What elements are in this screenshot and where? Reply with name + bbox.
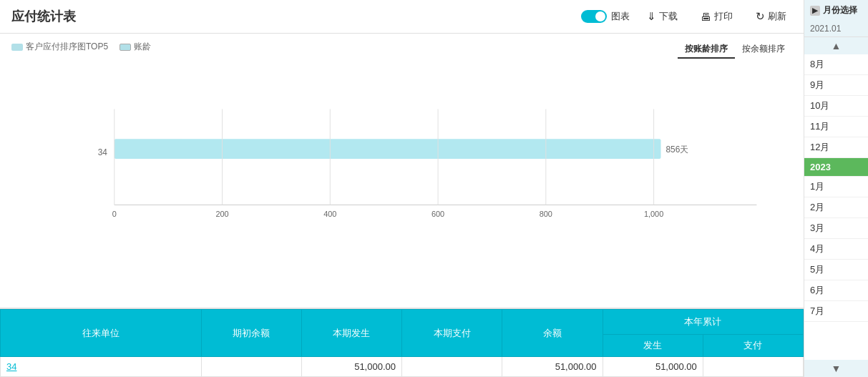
print-button[interactable]: 🖶 打印	[695, 7, 738, 26]
legend-item-1: 客户应付排序图TOP5	[11, 41, 108, 53]
chart-svg: 34 856天 0 200 400 600 800 1,000	[11, 59, 792, 245]
svg-text:1,000: 1,000	[644, 210, 663, 218]
sort-tabs: 按账龄排序 按余额排序	[678, 41, 792, 59]
page-header: 应付统计表 图表 ⇓ 下载 🖶 打印 ↻ 刷新	[0, 0, 804, 34]
svg-text:800: 800	[540, 210, 552, 218]
sidebar-header-label: 月份选择	[823, 4, 857, 16]
sidebar-year-label: 2021.01	[804, 21, 868, 37]
print-label: 打印	[714, 10, 733, 23]
sidebar-month-1[interactable]: 1月	[804, 177, 868, 197]
legend-label-1: 客户应付排序图TOP5	[26, 41, 108, 53]
chart-toggle-label: 图表	[611, 10, 630, 23]
table-header-row-1: 往来单位 期初余额 本期发生 本期支付 余额 本年累计	[1, 310, 804, 335]
chart-toggle-wrap: 图表	[581, 10, 630, 23]
sidebar-month-4[interactable]: 4月	[804, 239, 868, 260]
col-opening-header: 期初余额	[201, 310, 301, 357]
cell-ytd-pay	[703, 357, 803, 377]
cell-ytd-occur: 51,000.00	[603, 357, 703, 377]
chart-section: 客户应付排序图TOP5 账龄 按账龄排序 按余额排序 34	[0, 34, 804, 308]
sidebar-months: 8月 9月 10月 11月 12月 2023 1月 2月 3月 4月 5月 6月…	[804, 54, 868, 360]
data-table: 往来单位 期初余额 本期发生 本期支付 余额 本年累计 发生 支付 34	[0, 309, 804, 377]
download-button[interactable]: ⇓ 下载	[641, 7, 683, 26]
svg-rect-1	[114, 139, 661, 159]
col-ytd-occur-header: 发生	[603, 335, 703, 357]
sidebar-month-7[interactable]: 7月	[804, 301, 868, 322]
sidebar-month-11[interactable]: 11月	[804, 117, 868, 137]
legend-color-1	[11, 44, 23, 51]
svg-text:200: 200	[215, 210, 228, 218]
header-actions: 图表 ⇓ 下载 🖶 打印 ↻ 刷新	[581, 7, 792, 26]
col-ytd-header: 本年累计	[603, 310, 804, 335]
cell-occur: 51,000.00	[301, 357, 401, 377]
sort-tab-balance[interactable]: 按余额排序	[735, 41, 792, 59]
col-balance-header: 余额	[502, 310, 603, 357]
refresh-icon: ↻	[756, 10, 765, 23]
chart-toggle[interactable]	[581, 10, 607, 23]
table-section: 往来单位 期初余额 本期发生 本期支付 余额 本年累计 发生 支付 34	[0, 308, 804, 377]
col-unit-header: 往来单位	[1, 310, 202, 357]
sidebar-month-12[interactable]: 12月	[804, 137, 868, 158]
page-title: 应付统计表	[11, 8, 76, 25]
refresh-label: 刷新	[768, 10, 786, 23]
svg-text:34: 34	[98, 147, 108, 157]
col-ytd-pay-header: 支付	[703, 335, 803, 357]
col-pay-header: 本期支付	[402, 310, 502, 357]
sidebar-month-8[interactable]: 8月	[804, 54, 868, 75]
download-label: 下载	[659, 10, 678, 23]
sidebar-nav-down[interactable]: ▼	[804, 360, 868, 377]
sidebar-nav-up[interactable]: ▲	[804, 37, 868, 54]
sort-tab-age[interactable]: 按账龄排序	[678, 41, 735, 59]
cell-unit[interactable]: 34	[1, 357, 202, 377]
sidebar-year-marker-2023[interactable]: 2023	[804, 158, 868, 177]
cell-balance: 51,000.00	[502, 357, 603, 377]
sidebar-month-9[interactable]: 9月	[804, 75, 868, 96]
legend-label-2: 账龄	[134, 41, 151, 53]
sidebar-month-6[interactable]: 6月	[804, 280, 868, 301]
svg-text:0: 0	[112, 210, 117, 218]
table-row: 34 51,000.00 51,000.00 51,000.00	[1, 357, 804, 377]
sidebar-month-2[interactable]: 2月	[804, 197, 868, 218]
sidebar-month-10[interactable]: 10月	[804, 96, 868, 117]
legend-item-2: 账龄	[120, 41, 151, 53]
download-icon: ⇓	[647, 10, 656, 23]
col-occur-header: 本期发生	[301, 310, 401, 357]
chart-area: 34 856天 0 200 400 600 800 1,000	[11, 59, 792, 245]
refresh-button[interactable]: ↻ 刷新	[750, 7, 792, 26]
sidebar-header: ▶ 月份选择	[804, 0, 868, 21]
sidebar: ▶ 月份选择 2021.01 ▲ 8月 9月 10月 11月 12月 2023 …	[804, 0, 868, 377]
cell-pay	[402, 357, 502, 377]
sidebar-month-5[interactable]: 5月	[804, 260, 868, 280]
sidebar-collapse-btn[interactable]: ▶	[810, 6, 820, 16]
cell-opening	[201, 357, 301, 377]
chart-legend: 客户应付排序图TOP5 账龄	[11, 41, 792, 53]
svg-text:856天: 856天	[665, 145, 688, 155]
print-icon: 🖶	[701, 11, 711, 23]
svg-text:400: 400	[323, 210, 336, 218]
svg-text:600: 600	[431, 210, 444, 218]
sidebar-month-3[interactable]: 3月	[804, 218, 868, 239]
legend-color-2	[120, 44, 131, 51]
